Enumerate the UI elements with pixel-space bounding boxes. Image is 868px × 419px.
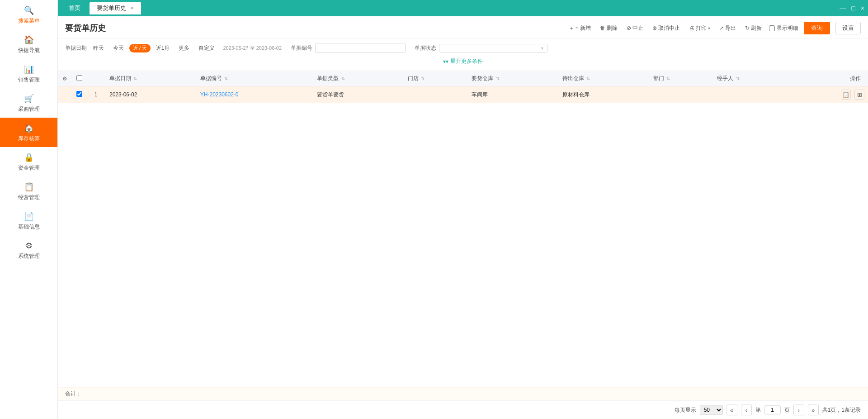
refresh-button[interactable]: ↻ 刷新 — [743, 24, 764, 33]
pagination-bar: 每页显示 50 100 200 « ‹ 第 页 › » 共1页，1条记录 — [58, 400, 868, 419]
first-page-btn[interactable]: « — [726, 405, 737, 415]
add-button[interactable]: ＋ + 新增 — [567, 24, 593, 33]
next-page-btn[interactable]: › — [793, 405, 804, 415]
export-icon: ↗ — [719, 25, 724, 31]
tab-home[interactable]: 首页 — [61, 2, 88, 14]
maximize-btn[interactable]: □ — [851, 5, 855, 12]
page-number-input[interactable] — [764, 405, 781, 414]
sort-dept-icon[interactable]: ⇅ — [666, 76, 670, 81]
sidebar-item-quick-nav[interactable]: 🏠 快捷导航 — [0, 29, 57, 59]
per-page-label: 每页显示 — [675, 406, 696, 414]
date-range-display: 2023-05-27 至 2023-06-02 — [223, 45, 282, 52]
minimize-btn[interactable]: — — [840, 5, 846, 12]
page-label: 页 — [784, 406, 790, 414]
row-actions: 📋 ⊞ — [794, 90, 864, 100]
date-pill-more[interactable]: 更多 — [175, 44, 193, 52]
sort-store-icon[interactable]: ⇅ — [421, 76, 425, 81]
export-button[interactable]: ↗ 导出 — [717, 24, 738, 33]
filter-bar: 单据日期 昨天 今天 近7天 近1月 更多 自定义 2023-05-27 至 2… — [58, 38, 868, 71]
main-area: 首页 要货单历史 × — □ × 要货单历史 ＋ + 新增 🗑 删除 — [58, 0, 868, 419]
doc-number-link[interactable]: YH-20230602-0 — [200, 91, 239, 98]
doc-number-input[interactable] — [315, 43, 406, 53]
col-dept-header: 部门 ⇅ — [649, 71, 712, 86]
cancel-stop-button[interactable]: ⊗ 取消中止 — [651, 24, 682, 33]
doc-status-select[interactable]: ▾ — [439, 44, 547, 52]
sort-pending-wh-icon[interactable]: ⇅ — [586, 76, 590, 81]
window-close-btn[interactable]: × — [861, 5, 864, 12]
doc-status-label: 单据状态 — [415, 44, 436, 52]
col-num-header — [87, 71, 105, 86]
add-icon: ＋ — [569, 24, 574, 32]
data-table: ⚙ 单据日期 ⇅ 单据编号 ⇅ — [58, 71, 868, 103]
table-header-row: ⚙ 单据日期 ⇅ 单据编号 ⇅ — [58, 71, 868, 86]
date-pill-7days[interactable]: 近7天 — [129, 44, 151, 52]
display-detail-checkbox[interactable] — [769, 25, 775, 31]
toolbar: ＋ + 新增 🗑 删除 ⊘ 中止 ⊗ 取消中止 🖨 打印 — [567, 22, 861, 34]
sidebar-item-operations[interactable]: 📋 经营管理 — [0, 176, 57, 206]
expand-icon: ▾▾ — [443, 58, 448, 65]
sidebar-item-sales[interactable]: 📊 销售管理 — [0, 59, 57, 88]
per-page-select[interactable]: 50 100 200 — [700, 405, 723, 415]
sort-doc-type-icon[interactable]: ⇅ — [341, 76, 345, 81]
expand-more-btn[interactable]: ▾▾ 展开更多条件 — [65, 57, 861, 66]
date-pill-1month[interactable]: 近1月 — [152, 44, 174, 52]
purchase-icon: 🛒 — [24, 94, 34, 104]
col-doc-type-header: 单据类型 ⇅ — [312, 71, 403, 86]
refresh-icon: ↻ — [745, 25, 750, 31]
cell-pending-warehouse: 原材料仓库 — [558, 86, 649, 103]
sidebar-item-purchase[interactable]: 🛒 采购管理 — [0, 88, 57, 118]
date-pill-yesterday[interactable]: 昨天 — [90, 44, 108, 52]
tab-active[interactable]: 要货单历史 × — [90, 2, 141, 14]
table-row: 1 2023-06-02 YH-20230602-0 要货单要货 车间库 原材料… — [58, 86, 868, 103]
display-detail-toggle[interactable]: 显示明细 — [769, 24, 798, 32]
sidebar: 🔍 搜索菜单 🏠 快捷导航 📊 销售管理 🛒 采购管理 🏠 库存核算 🔒 资金管… — [0, 0, 58, 419]
sidebar-item-finance[interactable]: 🔒 资金管理 — [0, 147, 57, 176]
table-footer: 合计： — [58, 387, 868, 400]
cell-req-warehouse: 车间库 — [467, 86, 558, 103]
col-settings[interactable]: ⚙ — [58, 71, 72, 86]
select-all-checkbox[interactable] — [76, 75, 82, 81]
date-filter-label: 单据日期 — [65, 44, 87, 52]
tab-bar: 首页 要货单历史 × — □ × — [58, 0, 868, 16]
tab-bar-right: — □ × — [840, 5, 864, 12]
sidebar-item-inventory[interactable]: 🏠 库存核算 — [0, 118, 57, 147]
doc-number-label: 单据编号 — [291, 44, 312, 52]
sort-doc-number-icon[interactable]: ⇅ — [224, 76, 228, 81]
search-menu-icon: 🔍 — [24, 5, 34, 15]
print-button[interactable]: 🖨 打印 ▾ — [687, 24, 712, 33]
date-pill-custom[interactable]: 自定义 — [195, 44, 218, 52]
last-page-btn[interactable]: » — [808, 405, 819, 415]
sort-req-wh-icon[interactable]: ⇅ — [496, 76, 500, 81]
prev-page-btn[interactable]: ‹ — [741, 405, 752, 415]
cancel-stop-icon: ⊗ — [652, 25, 657, 31]
stop-button[interactable]: ⊘ 中止 — [625, 24, 645, 33]
col-pending-warehouse-header: 待出仓库 ⇅ — [558, 71, 649, 86]
home-icon: 🏠 — [24, 35, 34, 45]
total-label: 共1页，1条记录 — [822, 406, 861, 414]
page-title: 要货单历史 — [65, 23, 106, 33]
sidebar-item-basic-info[interactable]: 📄 基础信息 — [0, 206, 57, 235]
operations-icon: 📋 — [24, 182, 34, 192]
sort-handler-icon[interactable]: ⇅ — [736, 76, 740, 81]
delete-button[interactable]: 🗑 删除 — [598, 24, 619, 33]
sidebar-item-sys-mgmt[interactable]: ⚙ 系统管理 — [0, 235, 57, 265]
col-doc-number-header: 单据编号 ⇅ — [196, 71, 312, 86]
chevron-down-icon: ▾ — [541, 46, 543, 51]
page-header: 要货单历史 ＋ + 新增 🗑 删除 ⊘ 中止 ⊗ 取消中止 — [58, 16, 868, 38]
col-store-header: 门店 ⇅ — [403, 71, 467, 86]
row-detail-btn[interactable]: ⊞ — [854, 90, 864, 100]
settings-button[interactable]: 设置 — [835, 22, 861, 34]
cell-settings — [58, 86, 72, 103]
col-handler-header: 经手人 ⇅ — [712, 71, 790, 86]
col-checkbox-header — [72, 71, 87, 86]
row-checkbox[interactable] — [76, 91, 82, 97]
query-button[interactable]: 查询 — [804, 22, 830, 34]
row-edit-btn[interactable]: 📋 — [841, 90, 851, 100]
sort-doc-date-icon[interactable]: ⇅ — [133, 76, 137, 81]
cell-checkbox — [72, 86, 87, 103]
sidebar-item-search-menu[interactable]: 🔍 搜索菜单 — [0, 0, 57, 29]
date-pill-today[interactable]: 今天 — [109, 44, 127, 52]
cell-doc-date: 2023-06-02 — [105, 86, 196, 103]
tab-close-btn[interactable]: × — [131, 5, 134, 11]
col-req-warehouse-header: 要货仓库 ⇅ — [467, 71, 558, 86]
